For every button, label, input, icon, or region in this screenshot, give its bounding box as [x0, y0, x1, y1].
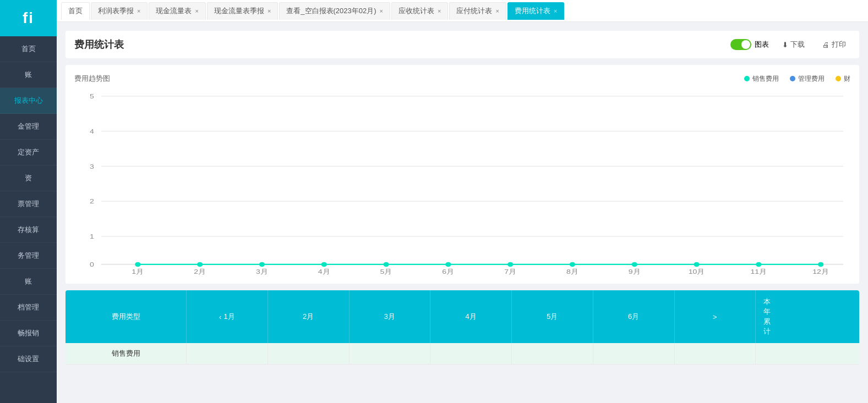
expense-table: 费用类型 ‹ 1月 2月 3月 4月 5月 [65, 290, 859, 365]
svg-text:4: 4 [90, 128, 94, 135]
svg-text:4月: 4月 [318, 268, 330, 275]
th-ytd: 本年累计 [756, 290, 778, 343]
svg-text:11月: 11月 [750, 268, 767, 275]
th-nav[interactable]: > [675, 290, 756, 343]
svg-text:3月: 3月 [256, 268, 268, 275]
svg-point-27 [321, 262, 327, 267]
sidebar-item-service[interactable]: 务管理 [0, 243, 57, 269]
close-payable-tab[interactable]: × [495, 8, 499, 14]
legend-dot-finance [836, 76, 841, 81]
sidebar-item-account[interactable]: 账 [0, 62, 57, 88]
svg-text:10月: 10月 [689, 268, 705, 275]
chart-legend: 销售费用 管理费用 财 [744, 74, 850, 84]
td-m1 [187, 343, 268, 364]
sidebar-item-home[interactable]: 首页 [0, 36, 57, 62]
svg-text:1: 1 [90, 233, 94, 240]
th-m4: 4月 [430, 290, 512, 343]
close-cashflow-q-tab[interactable]: × [268, 8, 271, 14]
chart-area: 5 4 3 2 1 0 1月 2月 3月 [74, 88, 850, 275]
svg-text:6月: 6月 [442, 268, 454, 275]
svg-text:2月: 2月 [194, 268, 206, 275]
th-m6: 6月 [593, 290, 675, 343]
svg-point-28 [383, 262, 389, 267]
tab-bar: 首页 利润表季报 × 现金流量表 × 现金流量表季报 × 查看_空白报表(202… [57, 0, 868, 22]
th-m3: 3月 [350, 290, 431, 343]
td-ytd [756, 343, 778, 364]
chart-title: 费用趋势图 [74, 74, 110, 84]
page-title: 费用统计表 [74, 38, 124, 51]
legend-sales: 销售费用 [744, 74, 779, 84]
legend-dot-admin [790, 76, 795, 81]
tab-cashflow-q[interactable]: 现金流量表季报 × [207, 2, 278, 20]
td-m6 [593, 343, 675, 364]
svg-text:12月: 12月 [812, 268, 829, 275]
svg-text:5: 5 [90, 92, 94, 100]
tab-blank[interactable]: 查看_空白报表(2023年02月) × [279, 2, 390, 20]
sidebar-item-fixed[interactable]: 定资产 [0, 140, 57, 165]
sidebar-item-invest[interactable]: 资 [0, 165, 57, 191]
svg-point-32 [632, 262, 637, 267]
tab-expense[interactable]: 费用统计表 × [507, 2, 564, 20]
svg-point-33 [694, 262, 699, 267]
svg-text:5月: 5月 [380, 268, 392, 275]
close-receivable-tab[interactable]: × [438, 8, 441, 14]
td-m3 [350, 343, 431, 364]
chart-toggle[interactable] [730, 39, 751, 50]
th-m2: 2月 [268, 290, 350, 343]
content-area: 费用统计表 图表 ⬇ 下载 🖨 打印 费用趋势图 [57, 22, 868, 403]
svg-point-25 [197, 262, 203, 267]
td-nav [675, 343, 756, 364]
sidebar: fi 首页 账 报表中心 金管理 定资产 资 票管理 存核算 务管理 账 档管理… [0, 0, 57, 403]
close-profit-tab[interactable]: × [137, 8, 140, 14]
table-header: 费用类型 ‹ 1月 2月 3月 4月 5月 [65, 290, 859, 343]
svg-text:8月: 8月 [566, 268, 578, 275]
prev-arrow[interactable]: ‹ [219, 313, 221, 321]
svg-point-26 [259, 262, 265, 267]
sidebar-item-refund[interactable]: 畅报销 [0, 321, 57, 346]
page-header: 费用统计表 图表 ⬇ 下载 🖨 打印 [65, 31, 859, 58]
svg-point-31 [570, 262, 575, 267]
close-expense-tab[interactable]: × [554, 8, 557, 14]
td-m4 [430, 343, 512, 364]
print-button[interactable]: 🖨 打印 [818, 37, 850, 52]
sidebar-item-ledger[interactable]: 账 [0, 269, 57, 295]
svg-text:2: 2 [90, 198, 94, 206]
legend-dot-sales [744, 76, 750, 81]
th-m5: 5月 [512, 290, 593, 343]
chart-svg: 5 4 3 2 1 0 1月 2月 3月 [74, 88, 850, 275]
svg-text:7月: 7月 [504, 268, 516, 275]
tab-cashflow[interactable]: 现金流量表 × [149, 2, 205, 20]
th-m1: ‹ 1月 [187, 290, 268, 343]
svg-text:9月: 9月 [629, 268, 641, 275]
svg-point-29 [445, 262, 451, 267]
svg-text:0: 0 [90, 261, 94, 268]
svg-point-30 [507, 262, 513, 267]
chart-card: 费用趋势图 销售费用 管理费用 财 [65, 65, 859, 284]
sidebar-logo: fi [0, 0, 57, 36]
svg-text:3: 3 [90, 163, 94, 170]
sidebar-item-settings[interactable]: 础设置 [0, 346, 57, 372]
table-row: 销售费用 [65, 343, 859, 365]
chart-toggle-wrap: 图表 [730, 39, 769, 50]
main-area: 首页 利润表季报 × 现金流量表 × 现金流量表季报 × 查看_空白报表(202… [57, 0, 868, 403]
download-button[interactable]: ⬇ 下载 [778, 37, 809, 52]
tab-payable[interactable]: 应付统计表 × [449, 2, 506, 20]
toggle-label: 图表 [755, 40, 769, 49]
sidebar-item-archive[interactable]: 档管理 [0, 295, 57, 321]
sidebar-item-inventory[interactable]: 存核算 [0, 217, 57, 243]
close-blank-tab[interactable]: × [380, 8, 383, 14]
sidebar-item-cash[interactable]: 金管理 [0, 114, 57, 140]
header-actions: 图表 ⬇ 下载 🖨 打印 [730, 37, 850, 52]
tab-profit[interactable]: 利润表季报 × [91, 2, 148, 20]
sidebar-item-invoice[interactable]: 票管理 [0, 191, 57, 217]
svg-point-24 [135, 262, 140, 267]
tab-receivable[interactable]: 应收统计表 × [391, 2, 448, 20]
close-cashflow-tab[interactable]: × [195, 8, 198, 14]
svg-point-34 [756, 262, 761, 267]
td-m2 [268, 343, 350, 364]
print-icon: 🖨 [822, 41, 829, 49]
tab-home[interactable]: 首页 [61, 2, 90, 20]
sidebar-item-report[interactable]: 报表中心 [0, 88, 57, 114]
svg-point-35 [818, 262, 823, 267]
th-type: 费用类型 [65, 290, 187, 343]
